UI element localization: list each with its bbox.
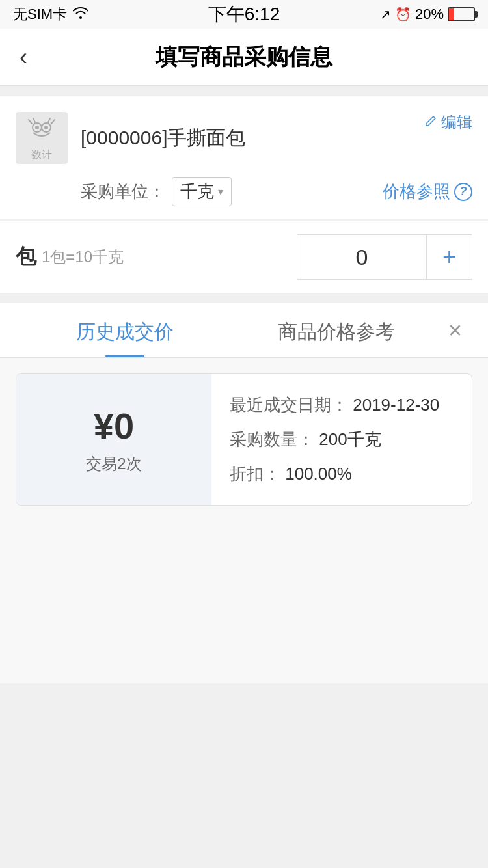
- trade-count: 交易2次: [86, 454, 141, 474]
- alarm-icon: ⏰: [395, 7, 411, 22]
- tabs-container: 历史成交价 商品价格参考 ×: [0, 303, 488, 358]
- page-title: 填写商品采购信息: [156, 42, 332, 72]
- product-logo-icon: [25, 115, 58, 147]
- close-button[interactable]: ×: [442, 312, 468, 349]
- quantity-plus-button[interactable]: +: [427, 234, 472, 280]
- product-name: [0000006]手撕面包: [81, 125, 245, 152]
- svg-point-2: [35, 126, 39, 129]
- purchase-qty-row: 采购数量： 200千克: [230, 428, 454, 451]
- unit-label: 采购单位：: [81, 180, 165, 203]
- recent-date-value: 2019-12-30: [353, 395, 439, 414]
- price-ref-label: 价格参照: [383, 180, 450, 203]
- unit-select[interactable]: 千克 ▾: [172, 177, 232, 206]
- quantity-input[interactable]: [297, 234, 427, 280]
- edit-label: 编辑: [441, 112, 472, 133]
- signal-text: 无SIM卡: [13, 5, 67, 24]
- battery-percent: 20%: [415, 6, 444, 23]
- status-bar: 无SIM卡 下午6:12 ↗ ⏰ 20%: [0, 0, 488, 29]
- purchase-qty-label: 采购数量：: [230, 429, 314, 449]
- help-icon: ?: [454, 183, 472, 201]
- tab-history-label: 历史成交价: [76, 321, 174, 342]
- price-details: 最近成交日期： 2019-12-30 采购数量： 200千克 折扣： 100.0…: [211, 374, 472, 505]
- quantity-row: 包 1包=10千克 +: [0, 221, 488, 293]
- price-summary: ¥0 交易2次: [16, 374, 211, 505]
- product-card: 数计 [0000006]手撕面包 编辑 采购单位： 千克 ▾ 价格参照 ?: [0, 96, 488, 219]
- unit-name: 包: [16, 243, 36, 271]
- tab-product-label: 商品价格参考: [278, 321, 395, 342]
- unit-info: 包 1包=10千克: [16, 243, 124, 271]
- price-reference-button[interactable]: 价格参照 ?: [383, 180, 472, 203]
- status-right: ↗ ⏰ 20%: [380, 6, 475, 23]
- product-left: 数计 [0000006]手撕面包: [16, 112, 245, 164]
- battery-icon: [448, 7, 475, 21]
- price-card-area: ¥0 交易2次 最近成交日期： 2019-12-30 采购数量： 200千克 折…: [0, 358, 488, 683]
- recent-date-label: 最近成交日期：: [230, 395, 348, 414]
- product-thumbnail: 数计: [16, 112, 68, 164]
- quantity-control: +: [297, 234, 472, 280]
- unit-equation: 1包=10千克: [42, 247, 124, 267]
- status-time: 下午6:12: [208, 2, 280, 27]
- price-card: ¥0 交易2次 最近成交日期： 2019-12-30 采购数量： 200千克 折…: [16, 373, 472, 506]
- unit-row: 采购单位： 千克 ▾ 价格参照 ?: [16, 177, 472, 206]
- recent-date-row: 最近成交日期： 2019-12-30: [230, 394, 454, 416]
- tab-history-price[interactable]: 历史成交价: [20, 303, 230, 357]
- location-icon: ↗: [380, 7, 391, 22]
- product-header: 数计 [0000006]手撕面包 编辑: [16, 112, 472, 164]
- section-divider: [0, 293, 488, 303]
- nav-bar: ‹ 填写商品采购信息: [0, 29, 488, 86]
- tabs-row: 历史成交价 商品价格参考 ×: [0, 303, 488, 357]
- svg-point-3: [44, 126, 48, 129]
- unit-value: 千克: [180, 180, 214, 203]
- wifi-icon: [72, 6, 89, 23]
- discount-row: 折扣： 100.00%: [230, 463, 454, 485]
- discount-value: 100.00%: [285, 464, 352, 483]
- edit-icon: [424, 113, 439, 131]
- chevron-down-icon: ▾: [218, 185, 223, 198]
- status-left: 无SIM卡: [13, 5, 89, 24]
- tab-active-indicator: [105, 355, 144, 357]
- edit-button[interactable]: 编辑: [424, 112, 472, 133]
- purchase-qty-value: 200千克: [319, 429, 381, 449]
- tab-product-price[interactable]: 商品价格参考: [230, 303, 441, 357]
- price-amount: ¥0: [94, 405, 134, 447]
- thumb-label: 数计: [31, 148, 52, 162]
- discount-label: 折扣：: [230, 464, 280, 483]
- back-button[interactable]: ‹: [13, 37, 34, 77]
